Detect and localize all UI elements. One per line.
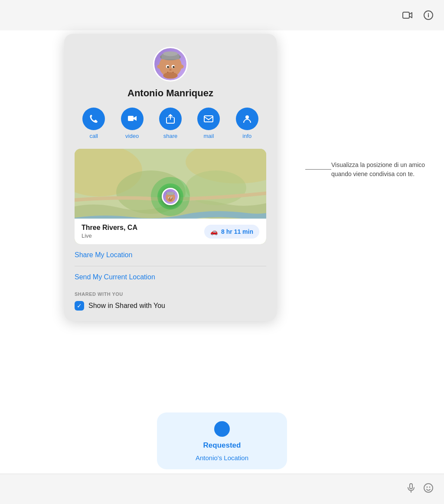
avatar: [153, 47, 188, 82]
action-buttons: call video share: [75, 108, 266, 139]
video-icon: [121, 108, 144, 130]
map-city: Three Rivers, CA: [82, 224, 137, 232]
svg-rect-31: [410, 484, 412, 489]
chat-message-area: Requested Antonio's Location: [0, 412, 444, 469]
shared-with-you-section: SHARED WITH YOU ✓ Show in Shared with Yo…: [75, 288, 266, 311]
svg-point-32: [424, 484, 433, 492]
map-status: Live: [82, 232, 137, 239]
svg-point-29: [169, 197, 170, 198]
audio-icon[interactable]: [406, 483, 416, 496]
message-bubble: Requested Antonio's Location: [157, 412, 287, 469]
drive-time: 8 hr 11 min: [221, 228, 253, 235]
shared-checkbox[interactable]: ✓: [75, 301, 84, 311]
svg-point-34: [429, 486, 431, 488]
share-icon: [159, 108, 182, 130]
emoji-icon[interactable]: [423, 483, 434, 496]
info-button[interactable]: info: [236, 108, 258, 139]
call-label: call: [89, 133, 98, 139]
svg-point-33: [427, 486, 428, 488]
map-directions-button[interactable]: 🚗 8 hr 11 min: [204, 225, 259, 239]
svg-point-8: [167, 66, 169, 68]
bubble-title: Requested: [203, 441, 241, 450]
location-ring-outer: [151, 177, 190, 216]
bubble-subtitle: Antonio's Location: [196, 454, 248, 461]
video-label: video: [125, 133, 139, 139]
show-in-shared-row[interactable]: ✓ Show in Shared with You: [75, 301, 266, 311]
send-current-location-link[interactable]: Send My Current Location: [75, 266, 266, 288]
share-my-location-link[interactable]: Share My Location: [75, 244, 266, 266]
svg-point-30: [171, 197, 172, 198]
svg-rect-0: [403, 12, 409, 18]
callout-line: [305, 169, 331, 170]
info-person-icon: [236, 108, 258, 130]
mail-icon: [197, 108, 220, 130]
svg-point-11: [163, 72, 177, 79]
car-icon: 🚗: [210, 228, 218, 235]
share-label: share: [163, 133, 178, 139]
bottom-bar: [0, 474, 444, 504]
map-info-bar: Three Rivers, CA Live 🚗 8 hr 11 min: [75, 219, 266, 244]
svg-point-12: [157, 65, 161, 69]
video-button[interactable]: video: [121, 108, 144, 139]
svg-point-9: [173, 66, 175, 68]
map-location-info: Three Rivers, CA Live: [82, 224, 137, 239]
top-toolbar: [0, 0, 444, 30]
location-ring-inner: [157, 183, 183, 209]
map-container[interactable]: Three Rivers, CA Live 🚗 8 hr 11 min: [75, 149, 266, 244]
callout: Visualizza la posizione di un amico quan…: [331, 160, 427, 179]
call-icon: [82, 108, 105, 130]
svg-point-5: [163, 51, 177, 56]
svg-rect-26: [167, 192, 174, 195]
location-pin: [151, 177, 190, 216]
mail-button[interactable]: mail: [197, 108, 220, 139]
video-call-icon[interactable]: [401, 8, 415, 22]
show-in-shared-label: Show in Shared with You: [88, 302, 165, 310]
info-label: info: [242, 133, 251, 139]
shared-with-you-label: SHARED WITH YOU: [75, 291, 266, 297]
svg-point-18: [245, 115, 249, 119]
contact-name: Antonio Manriquez: [75, 88, 266, 99]
location-avatar: [162, 188, 179, 205]
svg-rect-14: [128, 116, 134, 121]
svg-point-10: [169, 69, 172, 71]
bubble-dot: [214, 421, 230, 437]
call-button[interactable]: call: [82, 108, 105, 139]
contact-card: Antonio Manriquez call video: [64, 34, 277, 321]
mail-label: mail: [203, 133, 214, 139]
share-button[interactable]: share: [159, 108, 182, 139]
callout-text: Visualizza la posizione di un amico quan…: [331, 160, 427, 179]
avatar-container: [75, 47, 266, 82]
info-icon[interactable]: [421, 8, 435, 22]
svg-rect-17: [204, 116, 213, 122]
svg-point-13: [180, 65, 183, 69]
